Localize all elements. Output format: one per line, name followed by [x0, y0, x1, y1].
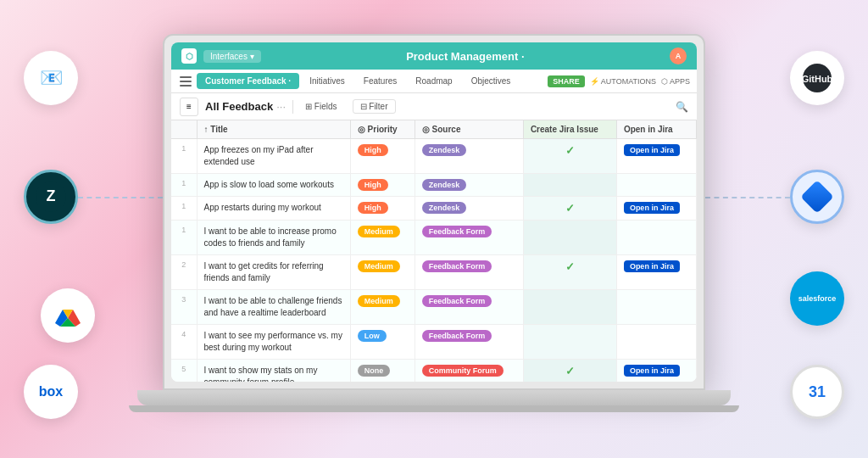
tab-initiatives[interactable]: Initiatives: [301, 73, 353, 89]
priority-badge-1: High: [358, 179, 388, 191]
priority-badge-5: Medium: [358, 295, 400, 307]
col-priority[interactable]: ◎ Priority: [350, 120, 415, 139]
table-row: 1 App restarts during my workout High Ze…: [171, 197, 697, 221]
svg-text:Z: Z: [47, 187, 56, 204]
github-logo-svg: GitHub: [803, 64, 832, 92]
view-icon[interactable]: ≡: [180, 98, 198, 116]
priority-badge-0: High: [358, 144, 388, 156]
tab-label-1: Initiatives: [309, 76, 345, 86]
source-badge-1: Zendesk: [422, 179, 467, 191]
row-open-jira-6: [616, 325, 696, 360]
row-num-1: 1: [171, 174, 197, 197]
box-integration-icon: box: [24, 365, 78, 419]
view-ellipsis[interactable]: ···: [276, 100, 286, 113]
share-button[interactable]: SHARE: [548, 75, 585, 87]
row-title-0[interactable]: App freezes on my iPad after extended us…: [197, 139, 350, 174]
interfaces-tab[interactable]: Interfaces ▾: [203, 50, 261, 63]
row-title-1[interactable]: App is slow to load some workouts: [197, 174, 350, 197]
row-num-7: 5: [171, 360, 197, 383]
table-row: 1 I want to be able to increase promo co…: [171, 221, 697, 255]
row-title-2[interactable]: App restarts during my workout: [197, 197, 350, 221]
row-source-4: Feedback Form: [415, 255, 523, 290]
row-priority-1: High: [350, 174, 415, 197]
tab-roadmap[interactable]: Roadmap: [407, 73, 460, 89]
github-integration-icon: GitHub: [790, 51, 844, 105]
laptop-base: [137, 390, 731, 405]
outlook-integration-icon: 📧: [24, 51, 78, 105]
gcal-integration-icon: 31: [790, 365, 844, 419]
table-row: 3 I want to be able to challenge friends…: [171, 290, 697, 325]
jira-integration-icon: [790, 170, 844, 224]
hamburger-line-3: [180, 85, 192, 87]
tab-objectives[interactable]: Objectives: [463, 73, 520, 89]
gdrive-logo-svg: [55, 304, 81, 327]
row-title-4[interactable]: I want to get credits for referring frie…: [197, 255, 350, 290]
col-create-jira[interactable]: Create Jira Issue: [523, 120, 616, 139]
tab-label-4: Objectives: [471, 76, 511, 86]
laptop-foot: [129, 405, 739, 412]
open-jira-button-2[interactable]: Open in Jira: [624, 202, 680, 214]
tab-label-3: Roadmap: [415, 76, 452, 86]
row-open-jira-5: [616, 290, 696, 325]
row-open-jira-2[interactable]: Open in Jira: [616, 197, 696, 221]
row-open-jira-0[interactable]: Open in Jira: [616, 139, 696, 174]
open-jira-button-4[interactable]: Open in Jira: [624, 260, 680, 272]
col-title[interactable]: ↑ Title: [197, 120, 350, 139]
table-body: 1 App freezes on my iPad after extended …: [171, 139, 697, 383]
row-open-jira-4[interactable]: Open in Jira: [616, 255, 696, 290]
zendesk-integration-icon: Z: [24, 170, 78, 224]
col-open-jira[interactable]: Open in Jira: [616, 120, 696, 139]
priority-badge-3: Medium: [358, 226, 400, 237]
tab-label-0: Customer Feedback ·: [205, 76, 291, 86]
row-create-jira-4[interactable]: ✓: [523, 255, 616, 290]
table-row: 5 I want to show my stats on my communit…: [171, 360, 697, 383]
view-title: All Feedback ···: [205, 100, 286, 113]
row-priority-7: None: [350, 360, 415, 383]
search-button[interactable]: 🔍: [676, 101, 688, 113]
row-source-6: Feedback Form: [415, 325, 523, 360]
row-title-7[interactable]: I want to show my stats on my community …: [197, 360, 350, 383]
topbar: ⬡ Interfaces ▾ Product Management · A: [171, 42, 697, 70]
row-open-jira-3: [616, 221, 696, 255]
row-create-jira-6: [523, 325, 616, 360]
row-source-0: Zendesk: [415, 139, 523, 174]
create-jira-check: ✓: [565, 260, 575, 273]
apps-label: ⬡ APPS: [661, 77, 690, 86]
row-create-jira-0[interactable]: ✓: [523, 139, 616, 174]
navbar-right: SHARE ⚡ AUTOMATIONS ⬡ APPS: [548, 75, 690, 87]
topbar-right: A: [670, 47, 687, 64]
hamburger-menu[interactable]: [178, 73, 195, 90]
source-badge-5: Feedback Form: [422, 295, 492, 307]
open-jira-button-0[interactable]: Open in Jira: [624, 144, 680, 156]
laptop-screen: ⬡ Interfaces ▾ Product Management · A: [163, 34, 705, 390]
automations-button[interactable]: ⚡ AUTOMATIONS: [590, 77, 656, 86]
fields-button[interactable]: ⊞ Fields: [300, 100, 342, 113]
row-title-6[interactable]: I want to see my performance vs. my best…: [197, 325, 350, 360]
row-create-jira-2[interactable]: ✓: [523, 197, 616, 221]
salesforce-integration-icon: salesforce: [790, 271, 844, 326]
jira-diamond-shape: [800, 180, 834, 214]
col-source[interactable]: ◎ Source: [415, 120, 523, 139]
apps-button[interactable]: ⬡ APPS: [661, 77, 690, 86]
row-num-3: 1: [171, 221, 197, 255]
open-jira-button-7[interactable]: Open in Jira: [624, 365, 680, 377]
row-create-jira-7[interactable]: ✓: [523, 360, 616, 383]
hamburger-line-2: [180, 81, 192, 82]
zendesk-logo-svg: Z: [36, 182, 66, 212]
filter-button[interactable]: ⊟ Filter: [353, 99, 396, 114]
row-source-2: Zendesk: [415, 197, 523, 221]
tab-customer-feedback[interactable]: Customer Feedback ·: [197, 73, 299, 89]
create-jira-check: ✓: [565, 202, 575, 215]
row-priority-6: Low: [350, 325, 415, 360]
share-label: SHARE: [553, 77, 580, 86]
row-title-5[interactable]: I want to be able to challenge friends a…: [197, 290, 350, 325]
row-title-3[interactable]: I want to be able to increase promo code…: [197, 221, 350, 255]
create-jira-check: ✓: [565, 365, 575, 377]
row-priority-5: Medium: [350, 290, 415, 325]
user-avatar[interactable]: A: [670, 47, 687, 64]
create-jira-check: ✓: [565, 144, 575, 157]
tab-features[interactable]: Features: [355, 73, 405, 89]
row-open-jira-7[interactable]: Open in Jira: [616, 360, 696, 383]
row-source-3: Feedback Form: [415, 221, 523, 255]
source-badge-3: Feedback Form: [422, 226, 492, 237]
